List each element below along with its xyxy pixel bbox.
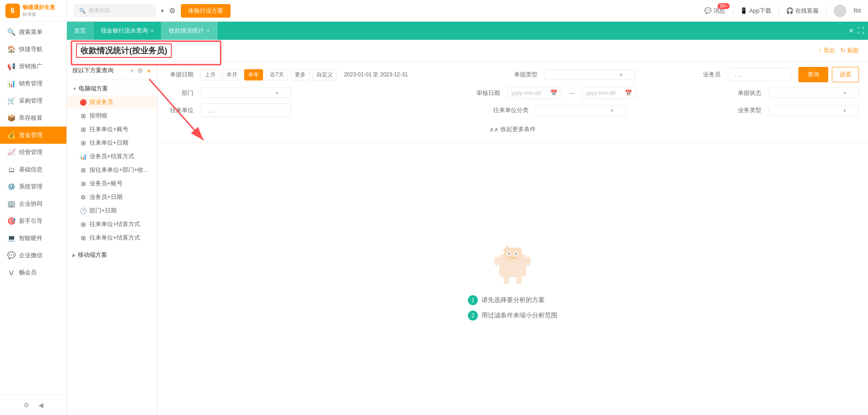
voucher-status-select[interactable]: ▾ — [769, 88, 859, 98]
topbar-message[interactable]: 💬 消息 99+ — [704, 7, 725, 15]
sidebar-item-system[interactable]: ⚙️系统管理 — [0, 178, 66, 195]
salesperson-more-icon[interactable]: ... — [735, 71, 742, 79]
dept-select[interactable]: ▾ — [201, 88, 291, 98]
voucher-type-select[interactable]: ▾ — [545, 70, 635, 80]
guide-icon: 🎯 — [7, 217, 15, 225]
partner-category-select[interactable]: ▾ — [536, 105, 626, 116]
partner-category-arrow: ▾ — [611, 108, 613, 113]
mobile-section-parent[interactable]: ▶ 移动端方案 — [67, 248, 157, 262]
sidebar-item-label: 系统管理 — [19, 183, 42, 191]
salesperson-select[interactable]: ... — [728, 68, 791, 81]
export-icon: ↑ — [819, 47, 822, 54]
sidebar-item-wechat[interactable]: 💬企业微信 — [0, 247, 66, 264]
sidebar-item-member[interactable]: V畅会员 — [0, 264, 66, 281]
tree-child-0[interactable]: 🔴按业务员 — [67, 95, 157, 109]
topbar-search[interactable]: 🔍 搜索内容... — [74, 5, 156, 17]
tree-child-5[interactable]: ⊞按往来单位+部门+收... — [67, 163, 157, 177]
sales-icon: 📊 — [7, 80, 15, 88]
topbar-gear-icon[interactable]: ⚙ — [169, 6, 175, 15]
settings-bottom-btn[interactable]: ⚙ — [20, 399, 33, 411]
sidebar-item-funds[interactable]: 💰资金管理 — [0, 127, 66, 144]
window-close-btn[interactable]: × — [849, 26, 854, 36]
tab-bar: 首页 现金银行流水查询 × 收款情况统计 × × ⛶ — [67, 22, 868, 40]
business-type-select[interactable]: ▾ — [769, 105, 859, 116]
tab-collection-stats-close[interactable]: × — [207, 28, 210, 34]
sidebar-item-label: 企业微信 — [19, 251, 42, 259]
review-date-start[interactable]: yyyy-mm-dd 📅 — [507, 87, 561, 99]
sidebar-item-guide[interactable]: 🎯新手引导 — [0, 212, 66, 230]
tree-child-6[interactable]: ⊞业务员+账号 — [67, 177, 157, 190]
date-preset-this-year[interactable]: 本年 — [244, 69, 263, 80]
query-btn[interactable]: 查询 — [798, 67, 828, 82]
divider2 — [778, 6, 779, 15]
partner-more-icon[interactable]: ... — [208, 106, 215, 114]
sidebar-item-quick-nav[interactable]: 🏠快捷导航 — [0, 41, 66, 58]
empty-step-2: 2 用过滤条件来缩小分析范围 — [468, 311, 557, 321]
sidebar-item-sales[interactable]: 📊销售管理 — [0, 75, 66, 92]
content-area: 按以下方案查询 + ⚙ « ▼ 电脑端方案 🔴按业务员⊞按明细⊞往来单位+账号⊞… — [67, 61, 868, 415]
refresh-btn[interactable]: ↻ 刷新 — [840, 47, 859, 55]
tree-child-3[interactable]: ⊞往来单位+日期 — [67, 136, 157, 150]
sidebar-item-purchase[interactable]: 🛒采购管理 — [0, 92, 66, 109]
add-scheme-btn[interactable]: + — [129, 66, 135, 75]
collapse-sidebar-btn[interactable]: ◀ — [35, 399, 47, 411]
trial-btn[interactable]: 体验行业方案 — [181, 4, 231, 18]
tree-child-7[interactable]: ⚙业务员+日期 — [67, 190, 157, 204]
calendar-icon-2[interactable]: 📅 — [625, 90, 632, 96]
user-avatar[interactable] — [834, 5, 846, 17]
collapse-btn[interactable]: ∧∧ 收起更多条件 — [166, 122, 859, 137]
empty-state: 1 请先选择要分析的方案 2 用过滤条件来缩小分析范围 — [468, 232, 557, 326]
settings-btn[interactable]: 设置 — [832, 67, 859, 82]
mobile-tree-section: ▶ 移动端方案 — [67, 246, 157, 264]
tree-child-2[interactable]: ⊞往来单位+账号 — [67, 123, 157, 136]
sidebar-item-label: 库存核算 — [19, 114, 42, 122]
sidebar-item-marketing[interactable]: 📢营销推广 — [0, 58, 66, 75]
panel-collapse-btn[interactable]: « — [146, 66, 151, 75]
topbar-app-download[interactable]: 📱 App下载 — [740, 7, 771, 15]
calendar-icon-1[interactable]: 📅 — [550, 90, 557, 96]
mobile-expand-icon: ▶ — [72, 253, 76, 258]
sidebar-item-inventory[interactable]: 📦库存核算 — [0, 109, 66, 127]
tree-child-8[interactable]: 🕐部门+日期 — [67, 204, 157, 217]
sidebar-logo: 6 畅捷通好生意 标准版 — [0, 0, 66, 22]
date-preset-this-month[interactable]: 本月 — [222, 69, 241, 80]
topbar-dropdown[interactable]: ▾ — [161, 8, 164, 14]
tab-bank-flow[interactable]: 现金银行流水查询 × — [94, 22, 161, 40]
tree-child-10[interactable]: ⊞往来单位+结算方式 — [67, 231, 157, 245]
empty-steps: 1 请先选择要分析的方案 2 用过滤条件来缩小分析范围 — [468, 295, 557, 326]
refresh-icon: ↻ — [840, 47, 845, 54]
review-date-end[interactable]: yyyy-mm-dd 📅 — [582, 87, 636, 99]
sidebar-item-basic-info[interactable]: 🗂基础信息 — [0, 161, 66, 178]
tree-child-label-7: 业务员+日期 — [90, 193, 123, 201]
tree-child-9[interactable]: ⊞往来单位+结算方式 — [67, 217, 157, 231]
tree-child-icon-4: 📊 — [80, 153, 87, 160]
date-preset-last-month[interactable]: 上月 — [201, 69, 220, 80]
tab-bank-flow-close[interactable]: × — [151, 28, 154, 34]
partner-select[interactable]: ... — [201, 104, 291, 117]
date-preset-7days[interactable]: 近7天 — [266, 69, 288, 80]
date-preset-group: 上月 本月 本年 近7天 更多 自定义 — [201, 69, 337, 80]
service-icon: 🎧 — [786, 7, 793, 14]
date-preset-more[interactable]: 更多 — [291, 69, 310, 80]
sidebar-item-operations[interactable]: 📈经营管理 — [0, 144, 66, 161]
tree-child-1[interactable]: ⊞按明细 — [67, 109, 157, 123]
date-preset-custom[interactable]: 自定义 — [312, 69, 337, 80]
window-expand-btn[interactable]: ⛶ — [857, 27, 864, 35]
tab-collection-stats[interactable]: 收款情况统计 × — [161, 22, 217, 40]
sidebar-item-hardware[interactable]: 💻智能硬件 — [0, 230, 66, 247]
sidebar-item-label: 畅会员 — [19, 269, 37, 277]
tabs-right-actions: × ⛶ — [849, 26, 868, 36]
sidebar-item-search[interactable]: 🔍搜索菜单 — [0, 24, 66, 41]
search-icon: 🔍 — [79, 8, 86, 14]
tree-child-4[interactable]: 📊业务员+结算方式 — [67, 150, 157, 163]
sidebar-item-label: 经营管理 — [19, 148, 42, 156]
tab-home[interactable]: 首页 — [67, 22, 94, 40]
scheme-settings-btn[interactable]: ⚙ — [137, 66, 144, 75]
sidebar-item-enterprise[interactable]: 🏢企业协同 — [0, 195, 66, 212]
partner-label: 往来单位 — [166, 106, 193, 114]
desktop-section-parent[interactable]: ▼ 电脑端方案 — [67, 82, 157, 95]
result-area: 1 请先选择要分析的方案 2 用过滤条件来缩小分析范围 — [157, 143, 868, 415]
topbar-service[interactable]: 🎧 在线客服 — [786, 7, 819, 15]
svg-rect-6 — [509, 257, 516, 259]
export-btn[interactable]: ↑ 导出 — [819, 47, 835, 55]
